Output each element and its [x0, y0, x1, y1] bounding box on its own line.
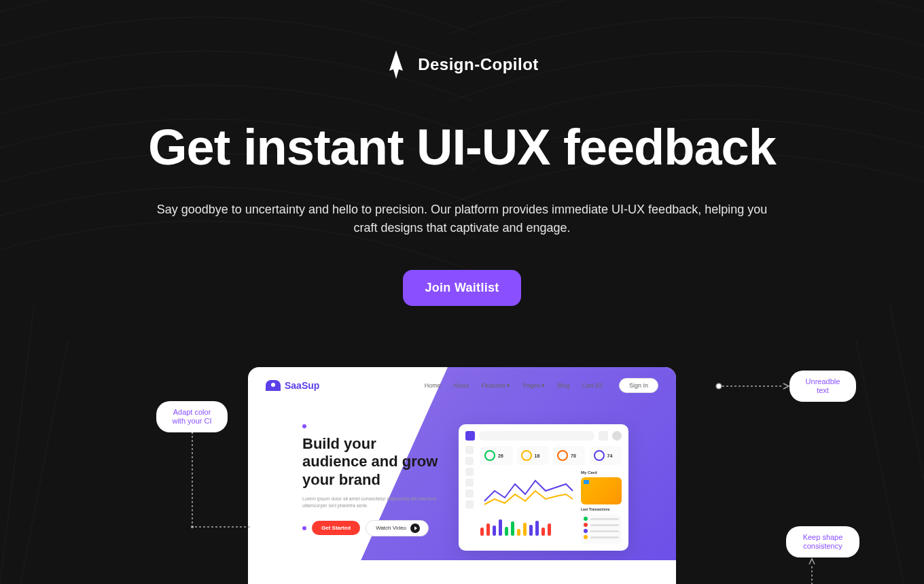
chart-bar [499, 519, 502, 536]
dashboard-sidebar-item [465, 446, 474, 454]
dashboard-bar-chart [480, 515, 577, 536]
status-dot-icon [584, 535, 588, 539]
connector-line-left [187, 425, 255, 547]
stat-gauge-icon [594, 450, 605, 461]
hero-mockup-area: Adapt color with your CI Unreadble text … [156, 367, 768, 584]
play-icon [410, 523, 420, 533]
dashboard-transaction-list [581, 514, 622, 544]
list-line [590, 518, 619, 520]
dashboard-stat: 74 [590, 446, 622, 465]
mockup-hero-section: Build your audience and grow your brand … [248, 404, 676, 551]
stat-gauge-icon [521, 450, 532, 461]
mockup-nav-pages: Pages ▾ [522, 382, 545, 389]
dashboard-header [465, 431, 622, 441]
website-mockup: SaaSup Home About Features ▾ Pages ▾ Blo… [248, 367, 676, 584]
mockup-logo-text: SaaSup [285, 380, 319, 391]
stat-value: 26 [498, 453, 503, 458]
mockup-subtext: Lorem ipsum dolor sit amet consectetur a… [302, 496, 438, 509]
chart-bar [511, 521, 514, 536]
dashboard-transactions-title: Last Transactions [581, 507, 622, 511]
dashboard-main: 26 18 70 [480, 446, 622, 544]
mockup-navbar: SaaSup Home About Features ▾ Pages ▾ Blo… [248, 367, 676, 404]
status-dot-icon [584, 529, 588, 533]
list-line [590, 524, 619, 526]
mockup-headline: Build your audience and grow your brand [302, 435, 438, 489]
logo-icon [385, 50, 407, 79]
mockup-signin-button: Sign In [619, 378, 658, 393]
mockup-logo: SaaSup [266, 380, 319, 391]
dashboard-search [479, 431, 594, 441]
chart-bar [505, 527, 508, 536]
list-item [584, 535, 619, 539]
dashboard-credit-card [581, 477, 622, 504]
chart-bar [517, 529, 520, 536]
chart-bar [523, 523, 527, 536]
svg-point-0 [191, 526, 194, 528]
mockup-cloud-icon [266, 380, 281, 391]
dashboard-right-panel: My Card Last Transactions [581, 470, 622, 544]
mockup-watch-video-button: Watch Video [366, 520, 429, 536]
connector-line-top-right [715, 379, 794, 393]
mockup-nav-about: About [453, 382, 469, 389]
status-dot-icon [584, 523, 588, 527]
mockup-nav-blog: Blog [557, 382, 569, 389]
mockup-nav-links: Home About Features ▾ Pages ▾ Blog Cart … [425, 382, 603, 389]
dashboard-card-title: My Card [581, 470, 622, 475]
dashboard-stat: 26 [480, 446, 513, 465]
stat-value: 18 [535, 453, 540, 458]
list-item [584, 517, 619, 521]
mockup-get-started-button: Get Started [312, 521, 360, 535]
brand-name: Design-Copilot [418, 55, 539, 74]
stat-gauge-icon [484, 450, 495, 461]
status-dot-icon [584, 517, 588, 521]
dashboard-stat: 18 [517, 446, 550, 465]
card-chip-icon [584, 480, 589, 484]
dashboard-line-chart [480, 470, 577, 511]
brand-logo: Design-Copilot [385, 50, 539, 79]
stat-value: 70 [571, 453, 576, 458]
dashboard-sidebar-item [465, 457, 474, 465]
chart-bar [493, 526, 496, 536]
dashboard-stat: 70 [553, 446, 586, 465]
chart-bar [548, 523, 551, 536]
mockup-accent-dot-2 [302, 526, 306, 530]
annotation-unreadable-text: Unreadble text [789, 371, 856, 402]
hero-subtitle: Say goodbye to uncertainty and hello to … [146, 201, 778, 237]
list-line [590, 530, 619, 532]
dashboard-avatar [612, 431, 622, 441]
dashboard-sidebar-item [465, 479, 474, 487]
mockup-nav-home: Home [425, 382, 441, 389]
chart-bar [529, 525, 533, 536]
mockup-nav-features: Features ▾ [481, 382, 510, 389]
list-line [590, 536, 619, 538]
svg-point-1 [716, 383, 722, 389]
annotation-shape-consistency: Keep shape consistency [786, 526, 859, 557]
annotation-adapt-color: Adapt color with your CI [156, 401, 228, 432]
hero-heading: Get instant UI-UX feedback [148, 118, 776, 176]
dashboard-sidebar-item [465, 489, 474, 498]
dashboard-cloud-icon [465, 431, 475, 441]
list-item [584, 523, 619, 527]
dashboard-bell-icon [599, 431, 608, 441]
mockup-cta-buttons: Get Started Watch Video [302, 520, 438, 536]
mockup-hero-text: Build your audience and grow your brand … [302, 424, 438, 551]
stat-gauge-icon [557, 450, 568, 461]
mockup-accent-dot [302, 424, 306, 428]
dashboard-stats-row: 26 18 70 [480, 446, 622, 465]
join-waitlist-button[interactable]: Join Waitlist [403, 270, 520, 306]
chart-bar [535, 521, 539, 536]
dashboard-sidebar [465, 446, 476, 544]
mockup-watch-video-label: Watch Video [376, 525, 406, 531]
dashboard-sidebar-item [465, 468, 474, 476]
mockup-nav-cart: Cart (0) [582, 382, 603, 389]
chart-bar [486, 523, 490, 536]
chart-bar [480, 528, 484, 536]
list-item [584, 529, 619, 533]
stat-value: 74 [607, 453, 613, 458]
dashboard-sidebar-item [465, 500, 474, 509]
mockup-dashboard-card: 26 18 70 [459, 424, 628, 551]
chart-bar [541, 528, 545, 536]
